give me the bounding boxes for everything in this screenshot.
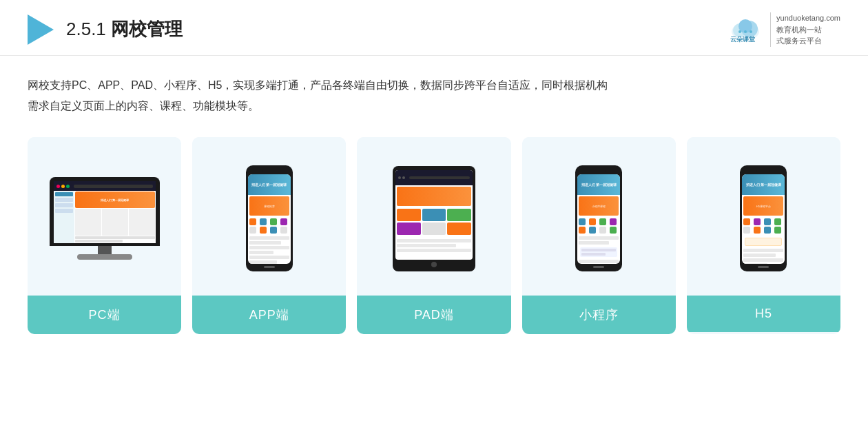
- card-app: 招进人们 第一届冠健课 课程推荐: [192, 137, 346, 334]
- tablet-pad: [393, 166, 475, 271]
- card-pc-image: 招进人们 第一届冠健课: [28, 137, 181, 296]
- section-number: 2.5.1: [66, 19, 106, 39]
- svg-text:云朵课堂: 云朵课堂: [730, 36, 756, 43]
- card-miniapp-image: 招进人们 第一届冠健课 小程序课程: [522, 137, 676, 296]
- svg-point-5: [744, 30, 747, 33]
- description-line1: 网校支持PC、APP、PAD、小程序、H5，实现多端打通，产品各终端自由切换，数…: [28, 75, 840, 96]
- card-miniapp-label: 小程序: [522, 296, 676, 334]
- brand-text: yunduoketang.com 教育机构一站 式服务云平台: [770, 12, 840, 47]
- card-pad: PAD端: [357, 137, 510, 334]
- phone-miniapp: 招进人们 第一届冠健课 小程序课程: [575, 165, 622, 271]
- card-h5: 招进人们 第一届冠健课 H5课程平台: [687, 137, 840, 334]
- card-app-image: 招进人们 第一届冠健课 课程推荐: [192, 137, 346, 296]
- brand-icon: 云朵课堂: [727, 17, 763, 43]
- card-pc-label: PC端: [28, 296, 181, 334]
- description-section: 网校支持PC、APP、PAD、小程序、H5，实现多端打通，产品各终端自由切换，数…: [0, 56, 868, 124]
- cards-section: 招进人们 第一届冠健课: [0, 123, 868, 348]
- card-pad-image: [357, 137, 510, 296]
- card-pc: 招进人们 第一届冠健课: [28, 137, 181, 334]
- svg-point-4: [738, 30, 741, 33]
- card-miniapp: 招进人们 第一届冠健课 小程序课程: [522, 137, 676, 334]
- logo-triangle: [28, 14, 54, 45]
- header: 2.5.1 网校管理 云朵课堂 yunduoketang.com 教育机构一站 …: [0, 0, 868, 56]
- brand-url: yunduoketang.com: [776, 12, 840, 24]
- svg-point-6: [750, 30, 752, 33]
- page-title: 2.5.1 网校管理: [66, 17, 183, 41]
- brand-logo: 云朵课堂 yunduoketang.com 教育机构一站 式服务云平台: [727, 12, 840, 47]
- card-app-label: APP端: [192, 296, 346, 334]
- card-h5-label: H5: [687, 296, 840, 332]
- card-h5-image: 招进人们 第一届冠健课 H5课程平台: [687, 137, 840, 296]
- description-line2: 需求自定义页面上的内容、课程、功能模块等。: [28, 96, 840, 116]
- pc-monitor: 招进人们 第一届冠健课: [50, 177, 160, 260]
- brand-tagline-1: 教育机构一站: [776, 24, 840, 36]
- brand-tagline-2: 式服务云平台: [776, 35, 840, 47]
- phone-app: 招进人们 第一届冠健课 课程推荐: [246, 165, 293, 271]
- phone-h5: 招进人们 第一届冠健课 H5课程平台: [740, 165, 787, 271]
- card-pad-label: PAD端: [357, 296, 510, 334]
- page-title-text: 网校管理: [111, 19, 183, 39]
